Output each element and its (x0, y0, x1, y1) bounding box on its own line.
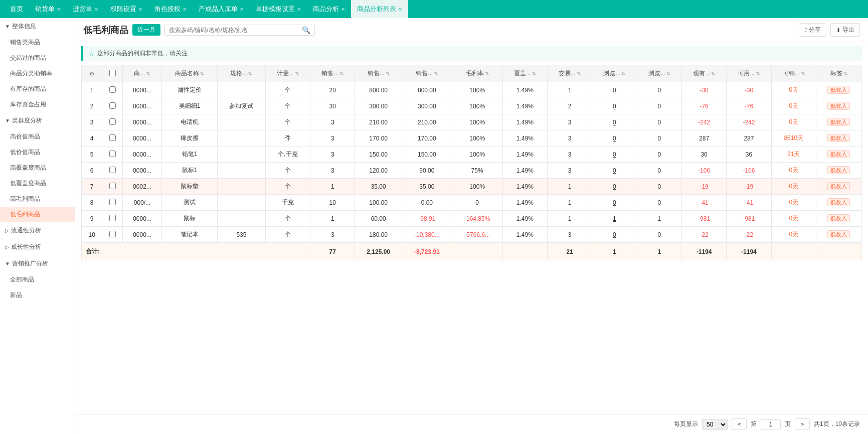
row-tag: 低收入 (816, 147, 861, 163)
row-unit: 个 (265, 179, 310, 195)
col-transactions[interactable]: 交易...⇅ (547, 65, 592, 82)
row-checkbox[interactable] (102, 195, 123, 211)
col-gross-rate[interactable]: 毛利率⇅ (452, 65, 502, 82)
col-coverage[interactable]: 覆盖...⇅ (502, 65, 547, 82)
prev-page-button[interactable]: ＜ (732, 418, 747, 430)
sidebar-item-high-value[interactable]: 高价值商品 (0, 129, 75, 144)
col-name[interactable]: 商品名称⇅ (161, 65, 217, 82)
nav-product-analysis-list[interactable]: 商品分析列表 ✕ (351, 0, 408, 18)
col-views2[interactable]: 浏览...⇅ (637, 65, 681, 82)
col-tag[interactable]: 标签⇅ (816, 65, 861, 82)
row-views1[interactable]: 0 (592, 195, 637, 211)
row-available: -30 (727, 82, 771, 98)
row-code: 0000... (123, 82, 162, 98)
close-icon[interactable]: ✕ (183, 7, 187, 12)
nav-permission[interactable]: 权限设置 ✕ (104, 0, 148, 18)
col-checkbox[interactable] (102, 65, 123, 82)
share-button[interactable]: ⤴ 分享 (799, 23, 826, 37)
close-icon[interactable]: ✕ (341, 7, 345, 12)
row-checkbox[interactable] (102, 114, 123, 130)
col-sales-amount[interactable]: 销售...⇅ (355, 65, 402, 82)
sidebar-group-circulation[interactable]: ▷ 流通性分析 (0, 222, 75, 239)
sidebar-item-new-products[interactable]: 新品 (0, 287, 75, 303)
select-all-checkbox[interactable] (109, 70, 116, 76)
sidebar-item-category-rate[interactable]: 商品分类助销率 (0, 66, 75, 81)
sidebar-item-stock-capital[interactable]: 库存资金占用 (0, 97, 75, 112)
row-checkbox[interactable] (102, 227, 123, 243)
row-views1[interactable]: 0 (592, 179, 637, 195)
close-icon[interactable]: ✕ (297, 7, 301, 12)
row-checkbox[interactable] (102, 98, 123, 114)
row-sales-qty: 20 (310, 82, 355, 98)
nav-product-analysis[interactable]: 商品分析 ✕ (307, 0, 351, 18)
row-unit: 个 (265, 227, 310, 243)
table-row: 5 0000... 铅笔1 个,千克 3 150.00 150.00 100% … (82, 147, 862, 163)
time-filter-button[interactable]: 近一月 (132, 24, 160, 36)
search-input[interactable] (169, 27, 302, 34)
row-transactions: 3 (547, 163, 592, 179)
row-checkbox[interactable] (102, 163, 123, 179)
sidebar-group-marketing[interactable]: ▼ 营销推广分析 (0, 255, 75, 272)
nav-purchase-order[interactable]: 进货单 ✕ (67, 0, 104, 18)
row-views1[interactable]: 0 (592, 147, 637, 163)
col-spec[interactable]: 规格...⇅ (218, 65, 266, 82)
row-no: 7 (82, 179, 102, 195)
col-current-stock[interactable]: 现有...⇅ (681, 65, 726, 82)
col-views1[interactable]: 浏览...⇅ (592, 65, 637, 82)
sidebar-group-growth[interactable]: ▷ 成长性分析 (0, 239, 75, 255)
row-views1[interactable]: 0 (592, 98, 637, 114)
col-unit[interactable]: 计量...⇅ (265, 65, 310, 82)
close-icon[interactable]: ✕ (398, 7, 402, 12)
header-actions: ⤴ 分享 ⬇ 导出 (799, 23, 860, 37)
row-views1[interactable]: 0 (592, 82, 637, 98)
next-page-button[interactable]: ＞ (795, 418, 810, 430)
close-icon[interactable]: ✕ (138, 7, 142, 12)
close-icon[interactable]: ✕ (94, 7, 98, 12)
current-page-input[interactable] (761, 419, 781, 429)
row-views1[interactable]: 0 (592, 163, 637, 179)
row-checkbox[interactable] (102, 179, 123, 195)
page-label: 第 (751, 420, 757, 428)
close-icon[interactable]: ✕ (57, 7, 61, 12)
sidebar-item-traded-products[interactable]: 交易过的商品 (0, 50, 75, 66)
row-tag: 低收入 (816, 82, 861, 98)
col-available[interactable]: 可用...⇅ (727, 65, 771, 82)
sidebar-item-low-coverage[interactable]: 低覆盖度商品 (0, 176, 75, 191)
close-icon[interactable]: ✕ (240, 7, 244, 12)
col-sales-qty[interactable]: 销售...⇅ (310, 65, 355, 82)
sidebar-item-low-value[interactable]: 低价值商品 (0, 144, 75, 160)
row-tag: 低收入 (816, 195, 861, 211)
sidebar-item-low-margin[interactable]: 低毛利商品 (0, 207, 75, 222)
col-settings[interactable]: ⚙ (82, 65, 102, 82)
total-gross-rate (452, 243, 502, 260)
col-code[interactable]: 商...⇅ (123, 65, 162, 82)
sidebar-item-all-products[interactable]: 全部商品 (0, 272, 75, 287)
col-saleable[interactable]: 可销...⇅ (771, 65, 816, 82)
search-icon[interactable]: 🔍 (302, 26, 310, 34)
export-button[interactable]: ⬇ 导出 (830, 23, 860, 37)
row-checkbox[interactable] (102, 130, 123, 147)
sidebar-item-sales-products[interactable]: 销售类商品 (0, 35, 75, 50)
row-checkbox[interactable] (102, 211, 123, 227)
nav-home[interactable]: 首页 (4, 0, 29, 18)
per-page-select[interactable]: 50 20 100 (702, 419, 728, 430)
row-views1[interactable]: 0 (592, 114, 637, 130)
col-sales-profit[interactable]: 销售...⇅ (402, 65, 452, 82)
nav-sales-order[interactable]: 销货单 ✕ (29, 0, 67, 18)
row-views1[interactable]: 0 (592, 227, 637, 243)
sidebar-item-high-margin[interactable]: 高毛利商品 (0, 191, 75, 207)
row-views1[interactable]: 0 (592, 130, 637, 147)
sidebar-item-stocked-products[interactable]: 有库存的商品 (0, 81, 75, 97)
row-checkbox[interactable] (102, 147, 123, 163)
nav-template-settings[interactable]: 单据模板设置 ✕ (250, 0, 307, 18)
nav-role[interactable]: 角色授权 ✕ (148, 0, 193, 18)
row-transactions: 3 (547, 227, 592, 243)
sidebar-group-overall[interactable]: ▼ 整体信息 (0, 18, 75, 35)
nav-product-inbound[interactable]: 产成品入库单 ✕ (193, 0, 250, 18)
row-views1[interactable]: 1 (592, 211, 637, 227)
sidebar-item-high-coverage[interactable]: 高覆盖度商品 (0, 160, 75, 176)
row-spec (218, 147, 266, 163)
page-suffix: 页 (785, 420, 791, 428)
row-checkbox[interactable] (102, 82, 123, 98)
sidebar-group-cluster[interactable]: ▼ 类群度分析 (0, 112, 75, 129)
